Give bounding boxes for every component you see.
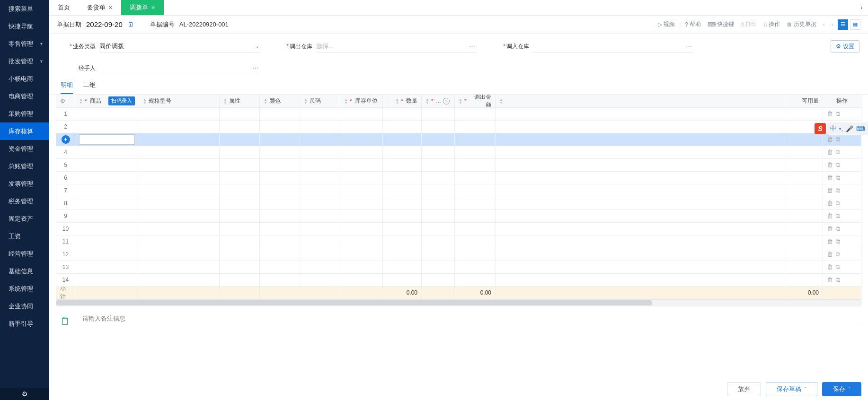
add-row-button[interactable]: + [62,135,70,144]
ime-lang[interactable]: 中 [830,124,836,133]
sidebar-item[interactable]: 搜索菜单 [0,0,49,17]
in-warehouse-input[interactable]: ⋯ [533,40,694,52]
table-row[interactable]: 11🗑⧉ [56,235,861,248]
prev-doc-button[interactable]: ‹ [821,20,827,29]
col-product[interactable]: ▲▼*商品扫码录入 [75,95,139,107]
layout-list-button[interactable]: ☰ [838,19,848,30]
copy-row-icon[interactable]: ⧉ [836,276,840,284]
sidebar-item[interactable]: 零售管理▼ [0,35,49,52]
more-icon[interactable]: ⋯ [252,64,259,71]
tabs-overflow-button[interactable]: › [855,0,868,15]
video-button[interactable]: ▷视频 [655,19,677,29]
delete-row-icon[interactable]: 🗑 [827,148,833,156]
ime-keyboard-icon[interactable]: ⌨ [856,125,865,132]
col-avail[interactable]: 可用量 [785,95,823,107]
col-qty[interactable]: ▲▼*数量 [383,95,422,107]
save-draft-button[interactable]: 保存草稿˄ [766,382,817,396]
scan-entry-button[interactable]: 扫码录入 [108,96,135,105]
delete-row-icon[interactable]: 🗑 [827,187,833,194]
table-row[interactable]: 7🗑⧉ [56,184,861,197]
sidebar-item[interactable]: 采购管理 [0,105,49,122]
sidebar-item[interactable]: 固定资产 [0,210,49,227]
sidebar-item[interactable]: 经营管理 [0,245,49,262]
table-row[interactable]: 2🗑⧉ [56,121,861,133]
delete-row-icon[interactable]: 🗑 [827,200,833,207]
remarks-input[interactable] [80,312,861,325]
table-row[interactable]: 4🗑⧉ [56,146,861,159]
col-spec[interactable]: ▲▼规格型号 [139,95,220,107]
delete-row-icon[interactable]: 🗑 [827,174,833,182]
col-settings[interactable]: ⚙ [56,95,75,107]
sidebar-item[interactable]: 发票管理 [0,175,49,192]
calendar-icon[interactable]: 🗓 [127,21,134,28]
table-row[interactable]: 9🗑⧉ [56,210,861,223]
operate-button[interactable]: ⁞⁞操作 [761,19,782,29]
copy-row-icon[interactable]: ⧉ [836,225,840,233]
table-row[interactable]: 8🗑⧉ [56,197,861,210]
tab-2d[interactable]: 二维 [83,81,96,94]
sidebar-item[interactable]: 小畅电商 [0,70,49,87]
ime-toolbar[interactable]: S 中 •, 🎤 ⌨ [815,122,868,135]
copy-row-icon[interactable]: ⧉ [836,263,840,271]
table-row[interactable]: 12🗑⧉ [56,248,861,261]
tab-detail[interactable]: 明细 [61,81,73,94]
copy-row-icon[interactable]: ⧉ [836,238,840,245]
ime-mic-icon[interactable]: 🎤 [846,125,853,132]
more-icon[interactable]: ⋯ [686,43,693,50]
sidebar-item[interactable]: 总账管理 [0,157,49,175]
delete-row-icon[interactable]: 🗑 [827,161,833,169]
col-unit[interactable]: ▲▼*库存单位 [340,95,383,107]
page-tab[interactable]: 首页 [49,0,79,15]
sidebar-item[interactable]: 系统管理 [0,280,49,297]
delete-row-icon[interactable]: 🗑 [827,251,833,258]
out-warehouse-input[interactable]: 选择... ⋯ [316,40,477,52]
next-doc-button[interactable]: › [829,20,836,29]
horizontal-scrollbar[interactable] [56,300,861,306]
sidebar-item[interactable]: 库存核算 [0,122,49,140]
table-row[interactable]: 10🗑⧉ [56,223,861,235]
shortcut-button[interactable]: ⌨快捷键 [705,19,736,29]
copy-row-icon[interactable]: ⧉ [836,187,840,194]
delete-row-icon[interactable]: 🗑 [827,225,833,233]
history-button[interactable]: 🗎历史单据 [784,19,819,29]
table-row[interactable]: 5🗑⧉ [56,159,861,172]
delete-row-icon[interactable]: 🗑 [827,276,833,284]
doc-date-value[interactable]: 2022-09-20 [86,20,123,28]
save-button[interactable]: 保存˄ [822,382,861,396]
sidebar-item[interactable]: 资金管理 [0,140,49,157]
delete-row-icon[interactable]: 🗑 [827,238,833,245]
biz-type-input[interactable]: 同价调拨 ⌄ [99,40,260,52]
table-row[interactable]: +🗑⧉ [56,133,861,146]
delete-row-icon[interactable]: 🗑 [827,136,833,143]
sidebar-item[interactable]: 税务管理 [0,192,49,210]
product-cell-input[interactable] [79,134,135,145]
col-price[interactable]: ▲▼*...? [422,95,455,107]
layout-grid-button[interactable]: ▦ [850,19,860,30]
sidebar-item[interactable]: 基础信息 [0,262,49,280]
handler-input[interactable]: ⋯ [99,62,260,74]
table-row[interactable]: 6🗑⧉ [56,172,861,184]
copy-row-icon[interactable]: ⧉ [836,212,840,220]
sidebar-item[interactable]: 电商管理 [0,87,49,105]
help-button[interactable]: ?帮助 [682,19,703,29]
copy-row-icon[interactable]: ⧉ [836,136,840,143]
more-icon[interactable]: ⋯ [469,43,476,50]
sidebar-item[interactable]: 批发管理▼ [0,52,49,70]
copy-row-icon[interactable]: ⧉ [836,148,840,156]
discard-button[interactable]: 放弃 [727,382,761,396]
copy-row-icon[interactable]: ⧉ [836,110,840,118]
delete-row-icon[interactable]: 🗑 [827,110,833,118]
copy-row-icon[interactable]: ⧉ [836,200,840,207]
table-row[interactable]: 1🗑⧉ [56,108,861,121]
close-icon[interactable]: ✕ [108,5,113,11]
col-attr[interactable]: ▲▼属性 [220,95,260,107]
ime-punct-icon[interactable]: •, [839,125,843,132]
delete-row-icon[interactable]: 🗑 [827,263,833,271]
sidebar-item[interactable]: 新手引导 [0,315,49,332]
sidebar-settings-button[interactable]: ⚙ [0,388,49,400]
page-tab[interactable]: 调拨单✕ [121,0,164,15]
settings-button[interactable]: ⚙设置 [831,40,859,52]
delete-row-icon[interactable]: 🗑 [827,212,833,220]
sidebar-item[interactable]: 企业协同 [0,297,49,315]
table-row[interactable]: 14🗑⧉ [56,274,861,287]
